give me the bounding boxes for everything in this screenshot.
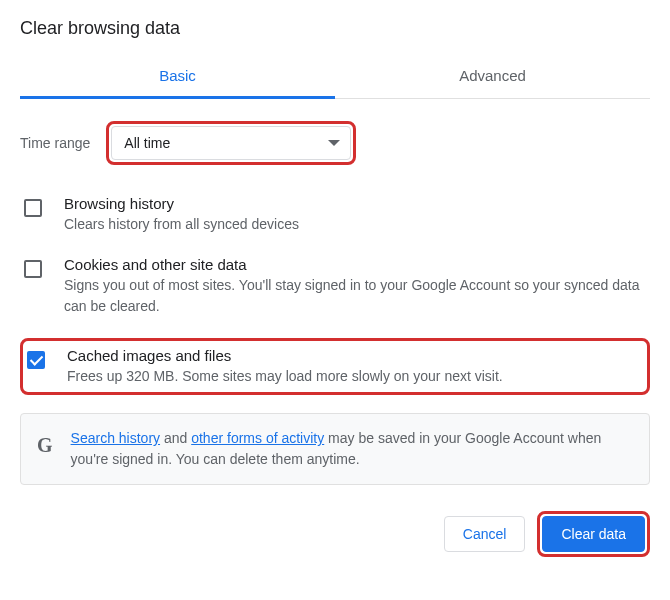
option-cookies: Cookies and other site data Signs you ou… — [20, 256, 650, 316]
option-desc: Signs you out of most sites. You'll stay… — [64, 275, 646, 316]
option-text: Cookies and other site data Signs you ou… — [64, 256, 646, 316]
option-browsing-history: Browsing history Clears history from all… — [20, 195, 650, 234]
checkbox-browsing-history[interactable] — [24, 199, 42, 217]
info-box: G Search history and other forms of acti… — [20, 413, 650, 485]
option-desc: Frees up 320 MB. Some sites may load mor… — [67, 366, 503, 386]
cancel-button[interactable]: Cancel — [444, 516, 526, 552]
time-range-select[interactable]: All time — [111, 126, 351, 160]
time-range-highlight: All time — [106, 121, 356, 165]
chevron-down-icon — [328, 140, 340, 146]
option-title: Cached images and files — [67, 347, 503, 364]
clear-data-highlight: Clear data — [537, 511, 650, 557]
clear-browsing-data-dialog: Clear browsing data Basic Advanced Time … — [0, 0, 670, 577]
option-text: Browsing history Clears history from all… — [64, 195, 299, 234]
options-list: Browsing history Clears history from all… — [20, 195, 650, 395]
tab-advanced[interactable]: Advanced — [335, 57, 650, 98]
checkbox-cookies[interactable] — [24, 260, 42, 278]
dialog-buttons: Cancel Clear data — [20, 511, 650, 557]
option-desc: Clears history from all synced devices — [64, 214, 299, 234]
checkbox-cached-files[interactable] — [27, 351, 45, 369]
time-range-label: Time range — [20, 135, 90, 151]
tab-basic[interactable]: Basic — [20, 57, 335, 99]
tabs: Basic Advanced — [20, 57, 650, 99]
option-title: Cookies and other site data — [64, 256, 646, 273]
link-search-history[interactable]: Search history — [71, 430, 160, 446]
google-icon: G — [37, 430, 53, 460]
info-text: Search history and other forms of activi… — [71, 428, 633, 470]
clear-data-button[interactable]: Clear data — [542, 516, 645, 552]
time-range-value: All time — [124, 135, 170, 151]
option-title: Browsing history — [64, 195, 299, 212]
option-cached-files: Cached images and files Frees up 320 MB.… — [20, 338, 650, 395]
option-text: Cached images and files Frees up 320 MB.… — [67, 347, 503, 386]
time-range-row: Time range All time — [20, 121, 650, 165]
link-other-activity[interactable]: other forms of activity — [191, 430, 324, 446]
dialog-title: Clear browsing data — [20, 18, 650, 39]
info-text-mid: and — [160, 430, 191, 446]
